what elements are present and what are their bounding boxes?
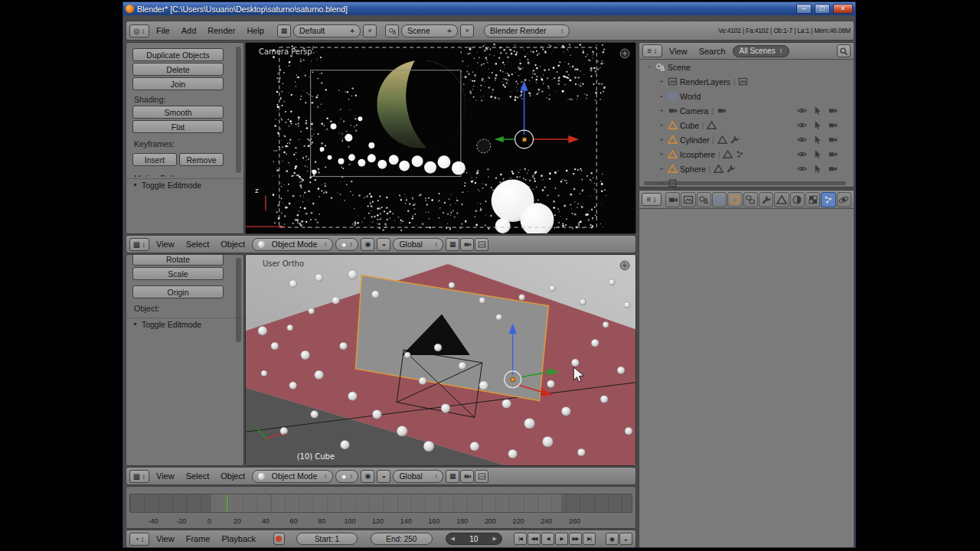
current-frame-marker[interactable] <box>227 494 228 512</box>
playback-button-0[interactable]: |◀ <box>514 533 527 545</box>
menu-add[interactable]: Add <box>177 26 201 35</box>
selectable-cursor-icon[interactable] <box>812 135 822 145</box>
rotate-button[interactable]: Rotate <box>132 254 224 266</box>
menu-file[interactable]: File <box>152 26 175 35</box>
playback-button-3[interactable]: ▶ <box>555 533 568 545</box>
menu-object[interactable]: Object <box>216 240 250 249</box>
renderable-camera-icon[interactable] <box>828 106 838 116</box>
expand-icon[interactable]: + <box>658 122 665 129</box>
scene-selector[interactable]: Scene + <box>401 24 458 37</box>
camera-viewport-canvas[interactable]: z Camera Persp <box>246 43 635 233</box>
screen-layout-selector[interactable]: Default + <box>293 24 361 37</box>
toggle-editmode-panel[interactable]: ▼ Toggle Editmode <box>126 178 243 191</box>
renderable-camera-icon[interactable] <box>828 135 838 145</box>
transform-orientation-selector[interactable]: Global ↕ <box>393 238 443 251</box>
tab-modifiers[interactable] <box>759 192 773 207</box>
frame-start-field[interactable]: Start: 1 <box>296 533 358 545</box>
visibility-eye-icon[interactable] <box>797 149 807 159</box>
tab-world[interactable] <box>712 192 727 207</box>
render-anim-button[interactable] <box>475 238 488 251</box>
toolshelf-scrollbar[interactable] <box>236 47 241 173</box>
outliner-search-button[interactable] <box>837 44 851 57</box>
mode-selector-2[interactable]: Object Mode ↕ <box>252 470 333 483</box>
menu-object-2[interactable]: Object <box>216 471 250 481</box>
outliner-scrollbar[interactable] <box>644 181 846 185</box>
viewport-shading-selector[interactable]: ● ↕ <box>335 238 358 251</box>
editor-type-button-info[interactable]: ◎ ↕ <box>129 24 149 37</box>
sync-playback-button[interactable]: ◉ <box>606 533 619 545</box>
menu-render[interactable]: Render <box>203 26 240 35</box>
collapse-icon[interactable]: − <box>645 64 653 70</box>
tab-scene[interactable] <box>697 192 711 207</box>
remove-keyframe-button[interactable]: Remove <box>179 153 224 166</box>
origin-button[interactable]: Origin <box>132 285 224 298</box>
timeline-track[interactable] <box>129 494 632 513</box>
outliner-item-renderlayers[interactable]: + RenderLayers | <box>639 74 854 89</box>
snap-element-button[interactable]: ◒ <box>377 238 390 251</box>
toolshelf-scrollbar-2[interactable] <box>236 258 241 342</box>
menu-tl-frame[interactable]: Frame <box>181 534 215 543</box>
menu-help[interactable]: Help <box>242 26 269 35</box>
playback-button-5[interactable]: ▶| <box>583 533 596 545</box>
toggle-editmode-panel-2[interactable]: ▼ Toggle Editmode <box>126 318 243 330</box>
window-titlebar[interactable]: Blender* [C:\Users\Usuario\Desktop\satur… <box>123 2 855 15</box>
outliner-item-cube[interactable]: + Cube | <box>639 118 854 132</box>
playback-button-1[interactable]: ◀◀ <box>528 533 541 545</box>
viewport-camera[interactable]: z Camera Persp <box>245 42 636 234</box>
editor-type-button-outliner[interactable]: ≡ ↕ <box>642 44 662 57</box>
join-button[interactable]: Join <box>132 77 224 90</box>
insert-keyframe-button[interactable]: Insert <box>132 153 177 166</box>
menu-view-2[interactable]: View <box>152 471 179 481</box>
pivot-point-button[interactable]: ◉ <box>361 238 374 251</box>
tab-object[interactable] <box>727 192 742 207</box>
tab-object-data[interactable] <box>774 192 789 207</box>
tab-texture[interactable] <box>805 192 820 207</box>
outliner-item-world[interactable]: • World <box>639 89 854 103</box>
tab-physics[interactable] <box>837 192 851 207</box>
outliner-item-cylinder[interactable]: + Cylinder | <box>639 132 854 147</box>
viewport-collapse-widget[interactable] <box>620 49 629 58</box>
editor-type-button-3dview-2[interactable]: ▦ ↕ <box>129 470 149 483</box>
maximize-button[interactable]: □ <box>815 4 830 14</box>
editor-type-button-timeline[interactable]: ◔ ↕ <box>129 533 149 546</box>
tab-constraints[interactable] <box>743 192 758 207</box>
selectable-cursor-icon[interactable] <box>812 149 822 159</box>
render-opengl-button-2[interactable] <box>460 470 474 483</box>
menu-ol-search[interactable]: Search <box>694 47 730 56</box>
renderable-camera-icon[interactable] <box>828 120 838 130</box>
selectable-cursor-icon[interactable] <box>812 164 822 174</box>
visibility-eye-icon[interactable] <box>797 135 807 145</box>
viewport-user-ortho[interactable]: x y User Ortho (10) Cube <box>245 254 636 466</box>
renderable-camera-icon[interactable] <box>828 149 838 159</box>
playback-button-4[interactable]: ▶▶ <box>569 533 582 545</box>
ortho-viewport-canvas[interactable]: x y User Ortho (10) Cube <box>246 255 635 465</box>
smooth-button[interactable]: Smooth <box>132 106 224 119</box>
editor-type-button-properties[interactable]: ≡ ↕ <box>642 193 662 206</box>
scale-button[interactable]: Scale <box>132 267 224 280</box>
scene-icon-button[interactable] <box>385 24 399 37</box>
audio-scrub-button[interactable]: ◒ <box>619 533 632 545</box>
render-anim-button-2[interactable] <box>475 470 488 483</box>
expand-icon[interactable]: + <box>658 165 665 172</box>
minimize-button[interactable]: – <box>796 4 812 14</box>
selectable-cursor-icon[interactable] <box>812 106 822 116</box>
menu-select[interactable]: Select <box>181 240 214 249</box>
visibility-eye-icon[interactable] <box>797 164 807 174</box>
menu-tl-view[interactable]: View <box>152 534 179 543</box>
outliner-filter-selector[interactable]: All Scenes ↕ <box>733 45 789 57</box>
auto-keyframe-record-button[interactable] <box>273 533 285 545</box>
transform-orientation-selector-2[interactable]: Global ↕ <box>393 470 443 483</box>
expand-icon[interactable]: + <box>658 151 665 158</box>
menu-tl-playback[interactable]: Playback <box>217 534 260 543</box>
menu-select-2[interactable]: Select <box>181 471 214 481</box>
outliner-item-icosphere[interactable]: + Icosphere | <box>639 147 854 161</box>
layers-button-2[interactable]: ▦ <box>446 470 459 483</box>
tab-render-layers[interactable] <box>681 192 695 207</box>
visibility-eye-icon[interactable] <box>797 106 807 116</box>
mode-selector[interactable]: Object Mode ↕ <box>252 238 333 251</box>
pivot-point-button-2[interactable]: ◉ <box>361 470 374 483</box>
tab-render[interactable] <box>665 192 680 207</box>
outliner-item-scene[interactable]: − Scene <box>639 60 854 74</box>
render-engine-selector[interactable]: Blender Render ↕ <box>484 24 570 37</box>
outliner-item-sphere[interactable]: + Sphere | <box>639 161 854 176</box>
